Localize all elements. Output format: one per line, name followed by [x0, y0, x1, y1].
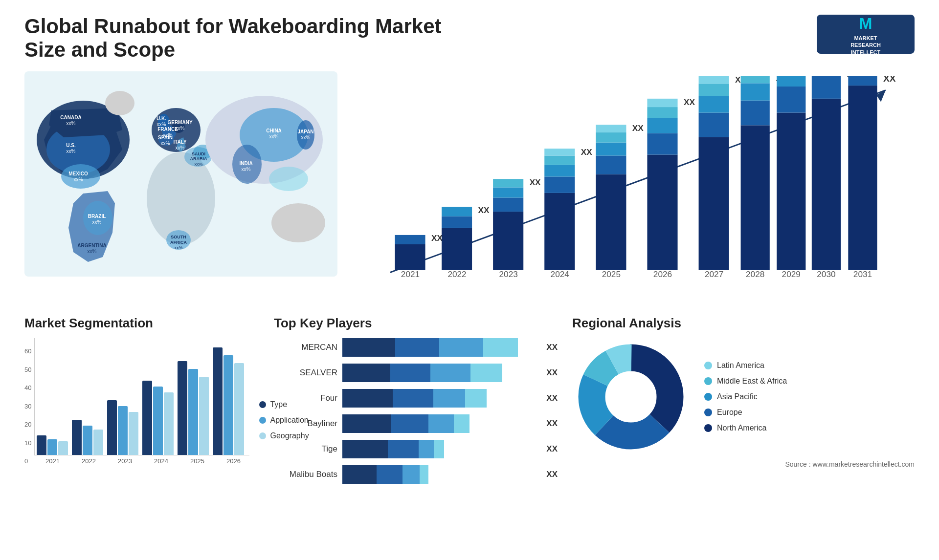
regional-title: Regional Analysis [572, 316, 915, 331]
seg-bar-geo-2023 [129, 412, 138, 455]
svg-rect-108 [777, 113, 805, 270]
svg-rect-76 [544, 165, 575, 177]
seg-group-2023 [107, 400, 138, 455]
svg-rect-113 [812, 99, 841, 270]
source-text: Source : www.marketresearchintellect.com [572, 460, 915, 468]
svg-rect-103 [741, 101, 770, 126]
seg-x-2021: 2021 [36, 457, 68, 465]
player-name-mercan: MERCAN [274, 343, 337, 352]
key-players-section: Top Key Players MERCAN XX [274, 316, 558, 491]
svg-text:CANADA: CANADA [60, 115, 81, 120]
svg-text:BRAZIL: BRAZIL [88, 214, 106, 219]
svg-text:xx%: xx% [88, 249, 97, 254]
svg-rect-118 [848, 76, 877, 86]
svg-rect-74 [544, 193, 575, 270]
seg-group-2024 [142, 381, 174, 455]
legend-label-europe: Europe [717, 408, 742, 417]
legend-dot-app [259, 417, 266, 424]
world-map-svg: CANADA xx% U.S. xx% MEXICO xx% BRAZIL xx… [24, 71, 337, 277]
seg-x-2026: 2026 [217, 457, 249, 465]
player-xx-tige: XX [546, 444, 558, 454]
seg-y-60: 60 [24, 347, 31, 355]
seg-y-0: 0 [24, 457, 31, 465]
seg-x-2024: 2024 [145, 457, 177, 465]
svg-text:2029: 2029 [782, 269, 801, 279]
seg-bar-app-2024 [153, 387, 163, 455]
seg-bar-type-2025 [178, 361, 187, 455]
player-bar-mercan [342, 338, 537, 357]
trend-chart-section: 2021 XX 2022 XX 2023 XX [347, 71, 915, 306]
player-bar-malibu [342, 465, 537, 484]
seg-y-40: 40 [24, 384, 31, 391]
seg-x-2023: 2023 [109, 457, 141, 465]
seg-bar-type-2022 [72, 420, 82, 455]
svg-text:U.K.: U.K. [156, 116, 166, 121]
svg-rect-81 [596, 174, 626, 270]
player-xx-malibu: XX [546, 470, 558, 479]
bottom-row: Market Segmentation 0 10 20 30 40 50 60 [24, 316, 915, 491]
svg-rect-89 [647, 133, 677, 155]
player-row-mercan: MERCAN XX [274, 338, 558, 357]
svg-rect-85 [596, 125, 626, 132]
player-xx-mercan: XX [546, 343, 558, 352]
svg-text:xx%: xx% [174, 245, 182, 250]
player-row-tige: Tige XX [274, 440, 558, 458]
svg-text:CHINA: CHINA [266, 128, 282, 133]
svg-text:2030: 2030 [817, 269, 835, 279]
svg-rect-114 [812, 76, 841, 99]
svg-rect-78 [544, 149, 575, 155]
svg-rect-105 [741, 76, 770, 83]
svg-text:MEXICO: MEXICO [68, 171, 88, 176]
svg-text:2023: 2023 [499, 269, 518, 279]
svg-text:2024: 2024 [551, 269, 570, 279]
svg-rect-99 [699, 76, 729, 84]
svg-text:ITALY: ITALY [173, 139, 187, 145]
svg-rect-92 [647, 99, 677, 107]
seg-group-2021 [37, 435, 68, 455]
svg-rect-77 [544, 155, 575, 165]
page-title: Global Runabout for Wakeboarding Market … [24, 15, 465, 62]
player-bar-tige [342, 440, 537, 458]
legend-label-latin: Latin America [717, 361, 764, 370]
svg-rect-59 [395, 244, 425, 270]
svg-rect-109 [777, 86, 805, 113]
svg-text:2022: 2022 [447, 269, 466, 279]
svg-text:ARABIA: ARABIA [190, 156, 207, 161]
seg-y-50: 50 [24, 366, 31, 373]
svg-text:xx%: xx% [67, 121, 76, 126]
player-xx-bayliner: XX [546, 419, 558, 429]
player-xx-sealver: XX [546, 368, 558, 378]
svg-text:JAPAN: JAPAN [297, 129, 313, 134]
svg-rect-71 [493, 179, 523, 187]
svg-rect-83 [596, 143, 626, 156]
svg-text:XX: XX [478, 205, 490, 215]
svg-rect-69 [493, 197, 523, 212]
player-name-four: Four [274, 393, 337, 403]
svg-rect-117 [848, 86, 877, 270]
svg-rect-60 [395, 235, 425, 244]
svg-rect-70 [493, 187, 523, 197]
svg-text:XX: XX [883, 76, 896, 84]
svg-point-4 [61, 164, 100, 189]
legend-dot-mea [704, 377, 712, 385]
seg-bar-geo-2022 [93, 430, 103, 455]
page-header: Global Runabout for Wakeboarding Market … [24, 15, 915, 62]
legend-dot-europe [704, 409, 712, 416]
logo-text: MARKETRESEARCHINTELLECT [850, 35, 881, 56]
seg-group-2025 [178, 361, 209, 455]
legend-dot-geo [259, 432, 266, 439]
seg-bar-type-2026 [213, 347, 223, 455]
seg-bar-geo-2026 [234, 363, 244, 455]
svg-text:SPAIN: SPAIN [158, 135, 173, 140]
legend-item-latin: Latin America [704, 361, 787, 370]
svg-text:2025: 2025 [602, 269, 621, 279]
svg-rect-84 [596, 132, 626, 143]
svg-point-127 [605, 371, 656, 422]
legend-item-mea: Middle East & Africa [704, 377, 787, 386]
key-players-title: Top Key Players [274, 316, 558, 331]
svg-rect-63 [442, 228, 472, 270]
seg-bar-geo-2024 [164, 392, 174, 455]
svg-rect-90 [647, 118, 677, 133]
seg-group-2022 [72, 420, 103, 455]
svg-text:XX: XX [684, 97, 695, 107]
